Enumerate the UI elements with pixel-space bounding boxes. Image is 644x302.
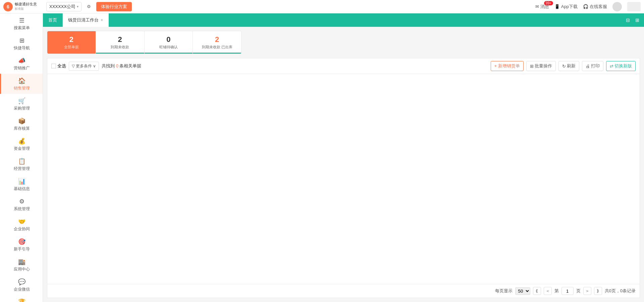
- logo-text: 畅捷通好生意: [15, 2, 37, 6]
- tab-home[interactable]: 首页: [43, 13, 63, 27]
- sidebar-item-marketing[interactable]: 📣 营销推广: [0, 54, 43, 74]
- switch-label: 切换新版: [614, 63, 632, 69]
- tab-work[interactable]: 钱货日清工作台 ×: [63, 13, 109, 27]
- logo-icon: 6: [3, 2, 13, 11]
- toolbar-right: + 新增销货单 ⊞ 批量操作 ↻ 刷新 🖨 打印 ⇄: [491, 61, 636, 71]
- stat-card-all[interactable]: 2 全部单据: [47, 31, 96, 54]
- stat-card-overdue-shipped[interactable]: 2 到期未收款 已出库: [193, 31, 241, 54]
- online-service-label: 在线客服: [590, 4, 607, 10]
- filter-icon: ▽: [72, 64, 75, 68]
- search-menu-icon: ☰: [18, 17, 25, 24]
- sidebar-item-label-appstore: 应用中心: [14, 266, 30, 272]
- sidebar-item-finance[interactable]: 💰 资金管理: [0, 134, 43, 154]
- stats-row: 2 全部单据 2 到期未收款 0 旺铺待确认 2 到期未收款 已出库: [47, 31, 241, 54]
- print-button[interactable]: 🖨 打印: [582, 61, 603, 71]
- sidebar-item-sales[interactable]: 🏠 销售管理: [0, 74, 43, 94]
- finance-icon: 💰: [18, 137, 25, 145]
- message-button[interactable]: ✉ 消息 99+: [535, 4, 549, 10]
- tab-close-icon[interactable]: ×: [101, 18, 103, 22]
- user-name-area[interactable]: [627, 2, 641, 11]
- message-icon: ✉: [535, 4, 539, 9]
- marketing-icon: 📣: [18, 57, 25, 64]
- content-area: 首页 钱货日清工作台 × ⊟ ⊞ 2 全部单据 2 到期: [43, 13, 644, 302]
- tab-minimize-button[interactable]: ⊟: [624, 16, 632, 24]
- tab-expand-button[interactable]: ⊞: [633, 16, 641, 24]
- sidebar-item-coop[interactable]: 🤝 企业协同: [0, 215, 43, 235]
- base-icon: 📊: [18, 178, 25, 185]
- count-prefix: 共找到: [102, 63, 115, 68]
- guide-icon: 🎯: [18, 238, 25, 245]
- next-page-button[interactable]: ＞: [583, 287, 591, 295]
- total-info: 共0页，0条记录: [605, 288, 636, 294]
- count-suffix: 条相关单据: [119, 63, 141, 68]
- batch-icon: ⊞: [530, 64, 534, 69]
- sidebar-item-base[interactable]: 📊 基础信息: [0, 174, 43, 194]
- sidebar-item-system[interactable]: ⚙ 系统管理: [0, 194, 43, 215]
- stock-icon: 📦: [18, 117, 25, 125]
- print-icon: 🖨: [586, 64, 590, 69]
- app-download-label: App下载: [561, 4, 578, 10]
- online-service-button[interactable]: 🎧 在线客服: [583, 4, 607, 10]
- avatar[interactable]: [612, 2, 622, 11]
- last-page-button[interactable]: ⟫: [594, 287, 602, 295]
- sidebar-item-manage[interactable]: 📋 经营管理: [0, 154, 43, 174]
- chevron-down-icon: ▾: [77, 5, 78, 8]
- filter-button[interactable]: ▽ 更多条件 ∨: [69, 62, 99, 71]
- prev-page-button[interactable]: ＜: [544, 287, 552, 295]
- sidebar-item-label-quicknav: 快捷导航: [14, 45, 30, 51]
- sidebar-item-stock[interactable]: 📦 库存核算: [0, 114, 43, 134]
- filter-arrow-icon: ∨: [93, 64, 96, 68]
- select-all-label[interactable]: 全选: [51, 63, 66, 69]
- manage-icon: 📋: [18, 158, 25, 165]
- per-page-select[interactable]: 50: [515, 287, 530, 295]
- switch-version-button[interactable]: ⇄ 切换新版: [606, 61, 636, 71]
- tab-spacer: [109, 13, 621, 27]
- first-page-button[interactable]: ⟪: [533, 287, 541, 295]
- refresh-label: 刷新: [567, 63, 576, 69]
- add-sales-button[interactable]: + 新增销货单: [491, 61, 524, 71]
- page-number-input[interactable]: 1: [561, 287, 574, 295]
- stat-number-wangpu: 0: [150, 35, 187, 44]
- stat-label-overdue-pay: 到期未收款: [101, 45, 139, 50]
- main-layout: ☰ 搜索菜单 ⊞ 快捷导航 📣 营销推广 🏠 销售管理 🛒 采购管理 📦 库存核…: [0, 13, 644, 302]
- batch-operation-button[interactable]: ⊞ 批量操作: [526, 61, 556, 71]
- refresh-button[interactable]: ↻ 刷新: [558, 61, 579, 71]
- sidebar-item-label-finance: 资金管理: [14, 146, 30, 152]
- select-all-text: 全选: [57, 63, 66, 69]
- table-container: [47, 74, 640, 284]
- sidebar-item-search[interactable]: ☰ 搜索菜单: [0, 13, 43, 34]
- switch-icon: ⇄: [610, 64, 613, 69]
- sidebar-item-guide[interactable]: 🎯 新手引导: [0, 235, 43, 255]
- quicknav-icon: ⊞: [18, 37, 25, 44]
- refresh-icon: ↻: [562, 64, 566, 69]
- download-icon: 📱: [554, 4, 560, 9]
- company-selector[interactable]: XXXXXX公司 ▾: [46, 2, 82, 11]
- sidebar-item-quicknav[interactable]: ⊞ 快捷导航: [0, 34, 43, 54]
- sidebar-item-label-purchase: 采购管理: [14, 106, 30, 111]
- sidebar-item-label-manage: 经营管理: [14, 166, 30, 172]
- count-value: 0: [116, 63, 118, 68]
- service-icon: 🎧: [583, 4, 588, 9]
- sidebar-item-weixin[interactable]: 💬 企业微信: [0, 275, 43, 295]
- sidebar-item-label-system: 系统管理: [14, 206, 30, 212]
- app-download-button[interactable]: 📱 App下载: [554, 4, 578, 10]
- stat-number-overdue-pay: 2: [101, 35, 139, 44]
- page-content: 2 全部单据 2 到期未收款 0 旺铺待确认 2 到期未收款 已出库: [43, 27, 644, 302]
- select-all-checkbox[interactable]: [51, 64, 56, 68]
- stat-card-overdue-pay[interactable]: 2 到期未收款: [96, 31, 145, 54]
- system-icon: ⚙: [18, 198, 25, 205]
- sidebar-item-member[interactable]: 🏆 畅会员: [0, 295, 43, 302]
- coop-icon: 🤝: [18, 218, 25, 225]
- top-bar: 6 畅捷通好生意 标准版 XXXXXX公司 ▾ ⚙ 体验行业方案 ✉ 消息 99…: [0, 0, 644, 13]
- appstore-icon: 🏬: [18, 258, 25, 265]
- trial-button[interactable]: 体验行业方案: [96, 2, 132, 11]
- logo-badge: 标准版: [15, 7, 37, 11]
- page-label-before: 第: [554, 288, 559, 294]
- sidebar-item-purchase[interactable]: 🛒 采购管理: [0, 94, 43, 114]
- sidebar-item-label-sales: 销售管理: [14, 85, 30, 91]
- sidebar-item-appstore[interactable]: 🏬 应用中心: [0, 255, 43, 275]
- stat-card-wangpu[interactable]: 0 旺铺待确认: [145, 31, 193, 54]
- toolbar: 全选 ▽ 更多条件 ∨ 共找到 0 条相关单据 + 新增销货单 ⊞ 批量操作: [47, 58, 640, 74]
- settings-button[interactable]: ⚙: [84, 2, 94, 11]
- company-name: XXXXXX公司: [49, 4, 75, 10]
